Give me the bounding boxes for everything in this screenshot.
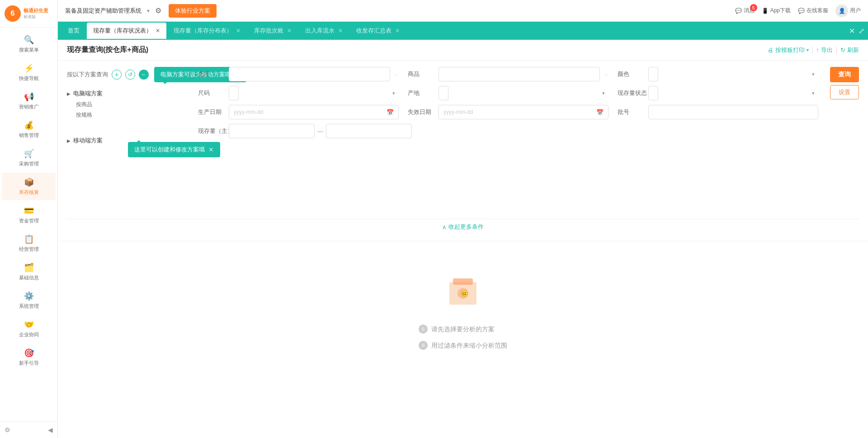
query-btn[interactable]: 查询 — [830, 67, 859, 82]
goods-label: 商品 — [408, 70, 435, 78]
close-all-tabs-btn[interactable]: ✕ — [849, 27, 855, 35]
tab-inventory-dist-close[interactable]: ✕ — [236, 28, 241, 34]
stock-main-from-input[interactable] — [229, 124, 315, 138]
tab-inventory-status-close[interactable]: ✕ — [156, 28, 160, 34]
filter-color-field: 颜色 — [618, 67, 818, 81]
print-btn[interactable]: 🖨 按模板打印 ▾ — [768, 46, 809, 54]
filter-row-3: 生产日期 yyyy-mm-dd 📅 失效日期 yyyy-mm-dd 📅 — [198, 105, 818, 119]
collapse-sidebar-btn[interactable]: ◀ — [48, 426, 53, 433]
empty-step1: ① 请先选择要分析的方案 — [419, 323, 507, 335]
tooltip2-close-btn[interactable]: ✕ — [208, 146, 214, 153]
sidebar-item-label: 营销推广 — [19, 104, 39, 110]
sidebar-item-guide[interactable]: 🎯 新手引导 — [2, 344, 56, 371]
empty-step2-label: 用过滤条件来缩小分析范围 — [431, 339, 507, 352]
goods-more-icon[interactable]: ··· — [604, 71, 609, 78]
tab-collect-summary-close[interactable]: ✕ — [395, 28, 400, 34]
sidebar-item-label: 经营管理 — [19, 246, 39, 253]
system-icon: ⚙️ — [24, 291, 34, 301]
app-download-btn[interactable]: 📱 App下载 — [762, 7, 791, 14]
tab-inventory-batch-close[interactable]: ✕ — [287, 28, 292, 34]
produce-date-label: 生产日期 — [198, 108, 225, 116]
sidebar-item-operation[interactable]: 📋 经营管理 — [2, 230, 56, 257]
user-avatar: 👤 — [835, 5, 848, 17]
sidebar-item-finance[interactable]: 💳 资金管理 — [2, 201, 56, 229]
collapse-more-btn[interactable]: ∧ 收起更多条件 — [67, 219, 859, 235]
step1-circle: ① — [419, 325, 428, 334]
sidebar-item-label: 企业协同 — [19, 331, 39, 338]
stock-main-to-input[interactable] — [326, 124, 412, 138]
marketing-icon: 📢 — [24, 92, 34, 102]
stock-status-select[interactable] — [648, 86, 658, 100]
expire-date-placeholder: yyyy-mm-dd — [443, 109, 473, 115]
logo-area: 6 畅通好生意 标准版 — [0, 0, 57, 28]
filter-section: 按以下方案查询 + ↺ ← 电脑方案可设为移动方案哦 ✕ ▶ — [58, 61, 868, 241]
size-select[interactable] — [229, 86, 239, 100]
origin-label: 产地 — [408, 89, 435, 97]
empty-illustration: 😐 — [440, 268, 486, 314]
page-title: 现存量查询(按仓库+商品) — [67, 45, 148, 55]
sidebar-item-quick-nav[interactable]: ⚡ 快捷导航 — [2, 59, 56, 86]
expire-date-input[interactable]: yyyy-mm-dd 📅 — [439, 105, 609, 119]
reset-btn[interactable]: 设置 — [830, 85, 859, 99]
mobile-scheme-arrow-icon: ▶ — [67, 138, 71, 143]
sidebar-item-cooperation[interactable]: 🤝 企业协同 — [2, 315, 56, 343]
sidebar-item-basic-info[interactable]: 🗂️ 基础信息 — [2, 258, 56, 286]
app-download-label: App下载 — [770, 7, 791, 14]
sidebar-item-label: 快捷导航 — [19, 75, 39, 82]
empty-step1-label: 请先选择要分析的方案 — [431, 323, 495, 335]
add-scheme-btn[interactable]: + — [112, 70, 122, 80]
main-area: 装备及固定资产辅助管理系统 ▾ ⚙ 体验行业方案 💬 消息 6 📱 App下载 … — [58, 0, 868, 438]
filter-warehouse-field: 仓库 ··· — [198, 67, 399, 81]
expand-tab-btn[interactable]: ⤢ — [859, 27, 864, 35]
tab-inventory-dist[interactable]: 现存量（库存分布表） ✕ — [167, 23, 247, 39]
sales-icon: 💰 — [24, 120, 34, 130]
tab-home[interactable]: 首页 — [61, 23, 86, 39]
produce-date-cal-icon: 📅 — [387, 109, 394, 116]
color-select[interactable] — [648, 67, 658, 81]
empty-step2: ② 用过滤条件来缩小分析范围 — [419, 339, 507, 352]
refresh-btn[interactable]: ↻ 刷新 — [840, 46, 859, 54]
stock-main-label: 现存量（主） — [198, 127, 225, 135]
expire-date-label: 失效日期 — [408, 108, 435, 116]
tab-inventory-batch[interactable]: 库存批次账 ✕ — [248, 23, 298, 39]
filter-expire-date-field: 失效日期 yyyy-mm-dd 📅 — [408, 105, 609, 119]
tab-inventory-dist-label: 现存量（库存分布表） — [174, 27, 232, 35]
tab-inout-flow-close[interactable]: ✕ — [338, 28, 343, 34]
produce-date-placeholder: yyyy-mm-dd — [234, 109, 263, 115]
origin-select[interactable] — [439, 86, 448, 100]
filter-row-4: 现存量（主） — — [198, 124, 818, 138]
top-header: 装备及固定资产辅助管理系统 ▾ ⚙ 体验行业方案 💬 消息 6 📱 App下载 … — [58, 0, 868, 22]
goods-input[interactable] — [439, 67, 600, 81]
settings-footer-btn[interactable]: ⚙ — [5, 426, 10, 433]
batch-input[interactable] — [648, 105, 818, 119]
tab-inventory-status[interactable]: 现存量（库存状况表） ✕ — [87, 23, 166, 39]
tab-inout-flow[interactable]: 出入库流水 ✕ — [299, 23, 349, 39]
sidebar-item-system[interactable]: ⚙️ 系统管理 — [2, 287, 56, 314]
refresh-scheme-btn[interactable]: ↺ — [125, 70, 135, 80]
produce-date-input[interactable]: yyyy-mm-dd 📅 — [229, 105, 399, 119]
trial-btn[interactable]: 体验行业方案 — [169, 4, 217, 18]
warehouse-more-icon[interactable]: ··· — [394, 71, 399, 78]
message-icon: 💬 — [735, 8, 742, 14]
sidebar-item-purchase[interactable]: 🛒 采购管理 — [2, 144, 56, 172]
sidebar-item-inventory[interactable]: 📦 库存核算 — [2, 173, 56, 200]
sidebar-item-search-menu[interactable]: 🔍 搜索菜单 — [2, 30, 56, 58]
sidebar-item-sales[interactable]: 💰 销售管理 — [2, 116, 56, 143]
warehouse-input[interactable] — [229, 67, 390, 81]
export-btn[interactable]: ↑ 导出 — [816, 46, 833, 54]
cooperation-icon: 🤝 — [24, 320, 34, 330]
tab-home-label: 首页 — [68, 27, 80, 35]
empty-text: ① 请先选择要分析的方案 ② 用过滤条件来缩小分析范围 — [419, 323, 507, 352]
logo-text-group: 畅通好生意 标准版 — [24, 7, 48, 20]
user-btn[interactable]: 👤 用户 — [835, 5, 861, 17]
online-service-btn[interactable]: 💬 在线客服 — [798, 7, 828, 14]
system-name: 装备及固定资产辅助管理系统 — [65, 7, 142, 15]
tab-bar-actions: ✕ ⤢ — [849, 27, 864, 35]
header-settings-icon[interactable]: ⚙ — [155, 6, 161, 15]
message-btn[interactable]: 💬 消息 6 — [735, 7, 755, 14]
tab-collect-summary[interactable]: 收发存汇总表 ✕ — [350, 23, 406, 39]
filter-size-field: 尺码 — [198, 86, 399, 100]
back-scheme-btn[interactable]: ← — [139, 70, 149, 80]
export-icon: ↑ — [816, 47, 820, 53]
sidebar-item-marketing[interactable]: 📢 营销推广 — [2, 87, 56, 115]
